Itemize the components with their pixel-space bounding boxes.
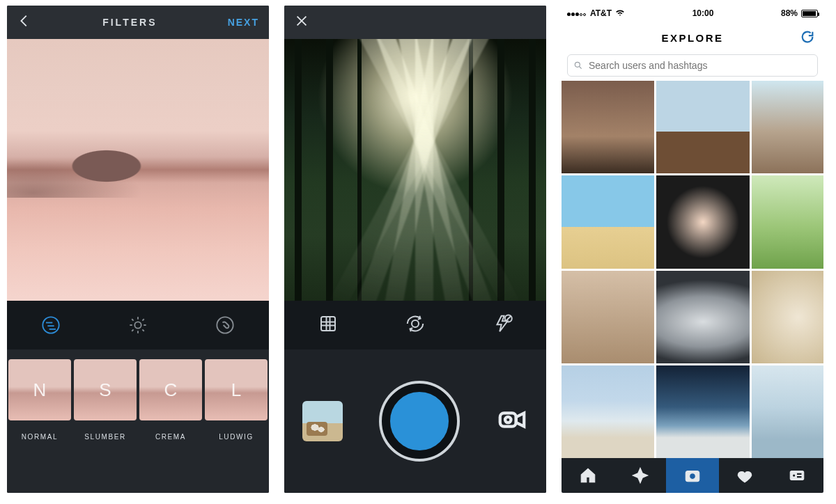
filter-label: LUDWIG [205,433,268,441]
filter-label: NORMAL [8,433,71,441]
battery-label: 88% [781,8,798,18]
filter-strip: N NORMAL S SLUMBER C CREMA L LUDWIG [7,349,269,493]
grid-tile[interactable] [562,175,654,268]
grid-tile[interactable] [656,81,749,173]
grid-tile[interactable] [752,365,824,458]
grid-tile[interactable] [752,271,824,363]
grid-tile[interactable] [656,365,749,458]
search-input[interactable] [589,60,812,71]
tab-camera[interactable] [666,458,718,493]
video-mode-icon[interactable] [496,404,528,439]
filters-icon[interactable] [40,315,61,336]
camera-header [284,6,546,39]
refresh-icon[interactable] [800,29,815,47]
svg-line-28 [580,67,582,69]
explore-screen: AT&T 10:00 88% EXPLORE [562,6,823,493]
filter-normal[interactable]: N NORMAL [8,359,71,441]
flash-off-icon[interactable] [492,313,513,337]
edit-toolbar [7,301,269,349]
explore-header: EXPLORE [562,21,823,54]
search-bar[interactable] [567,54,818,77]
shutter-button[interactable] [382,384,457,459]
grid-icon[interactable] [318,313,339,337]
filter-crema[interactable]: C CREMA [139,359,202,441]
tab-profile[interactable] [771,458,823,493]
filter-ludwig[interactable]: L LUDWIG [205,359,268,441]
header-title: EXPLORE [661,32,723,44]
explore-grid [562,81,823,458]
close-icon[interactable] [294,13,309,31]
grid-tile[interactable] [562,81,654,173]
svg-point-21 [412,320,419,327]
svg-point-26 [505,417,511,423]
grid-tile[interactable] [752,81,824,173]
camera-screen [284,6,546,493]
back-icon[interactable] [17,13,32,31]
next-button[interactable]: NEXT [228,17,259,28]
svg-line-10 [142,329,144,331]
wifi-icon [615,8,625,19]
svg-point-0 [42,317,59,333]
filters-screen: FILTERS NEXT N NORMAL S SLUMBER C CREMA [7,6,269,493]
tab-bar [562,458,823,493]
svg-marker-29 [633,468,648,483]
svg-line-24 [506,316,511,322]
filter-label: SLUMBER [74,433,137,441]
tab-home[interactable] [562,458,614,493]
photo-preview[interactable] [7,39,269,301]
header-title: FILTERS [32,17,228,28]
home-icon [579,466,597,485]
signal-dots-icon [567,8,587,18]
shutter-bar [284,349,546,493]
filter-label: CREMA [139,433,202,441]
brightness-icon[interactable] [127,315,148,336]
battery-icon [801,10,818,17]
svg-point-33 [793,474,796,477]
clock-label: 10:00 [692,8,714,18]
svg-point-4 [134,322,141,328]
filters-header: FILTERS NEXT [7,6,269,39]
camera-icon [683,466,702,485]
grid-tile[interactable] [752,175,824,268]
camera-viewfinder[interactable] [284,39,546,301]
svg-point-13 [217,317,233,333]
tab-activity[interactable] [719,458,771,493]
svg-rect-16 [321,317,335,331]
svg-marker-22 [497,316,508,332]
svg-line-9 [132,319,133,320]
svg-point-31 [690,473,696,480]
switch-camera-icon[interactable] [405,313,426,337]
search-icon [573,61,583,70]
svg-rect-25 [500,413,516,426]
tab-explore[interactable] [614,458,666,493]
svg-point-27 [575,62,580,67]
svg-line-12 [142,319,144,320]
filter-slumber[interactable]: S SLUMBER [74,359,137,441]
grid-tile[interactable] [562,365,654,458]
camera-tools [284,301,546,349]
grid-tile[interactable] [562,271,654,363]
profile-card-icon [788,466,806,485]
svg-line-11 [132,329,133,331]
gallery-thumbnail[interactable] [302,401,343,441]
adjust-wrench-icon[interactable] [215,315,235,336]
status-bar: AT&T 10:00 88% [562,6,823,21]
carrier-label: AT&T [590,8,612,18]
grid-tile[interactable] [656,175,749,268]
grid-tile[interactable] [656,271,749,363]
heart-bubble-icon [736,466,754,485]
compass-icon [631,466,649,485]
